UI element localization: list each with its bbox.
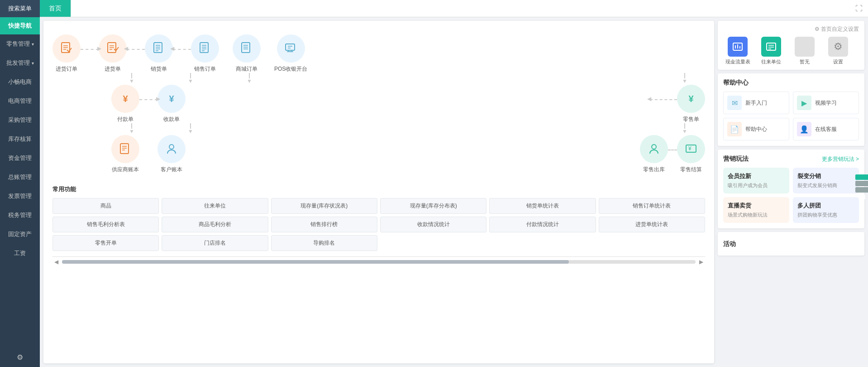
sidebar-item-general-ledger[interactable]: 总账管理 [0, 168, 40, 187]
empty-icon [795, 37, 815, 57]
scroll-left-btn[interactable]: ◀ [52, 259, 60, 265]
common-btn-sales-margin[interactable]: 销售毛利分析表 [52, 217, 159, 232]
gear-icon[interactable]: ⚙ [0, 348, 40, 367]
help-item-help[interactable]: 📄 帮助中心 [723, 118, 789, 140]
float-btn-community[interactable]: 服务社区 [855, 181, 868, 186]
sidebar-item-ecommerce-small[interactable]: 小畅电商 [0, 72, 40, 92]
sidebar-item-invoice[interactable]: 发票管理 [0, 187, 40, 206]
chevron-down-icon: ▾ [32, 61, 34, 66]
left-panel: 进货订单 ▶ [43, 21, 714, 363]
common-btn-partner[interactable]: 往来单位 [162, 198, 268, 214]
float-btn-desktop[interactable]: 桌面快捷 [855, 187, 868, 193]
common-functions-section: 常用功能 商品 往来单位 现存量(库存状况表) 现存量(库存分布表) 销货单统计… [52, 185, 705, 251]
content-area: 进货订单 ▶ [40, 17, 868, 367]
marketing-card: 营销玩法 更多营销玩法 > 会员拉新 吸引用户成为会员 裂变分销 裂变式发展分销… [718, 150, 864, 228]
marketing-item-member[interactable]: 会员拉新 吸引用户成为会员 [723, 168, 789, 193]
quick-icon-cashflow[interactable]: 现金流量表 [723, 37, 752, 65]
scroll-bar: ◀ ▶ [52, 256, 705, 267]
common-btn-sales-rank[interactable]: 销售排行榜 [271, 217, 377, 232]
svg-rect-22 [286, 44, 295, 50]
common-btn-stock2[interactable]: 现存量(库存分布表) [380, 198, 486, 214]
marketing-title: 营销玩法 [723, 155, 749, 163]
marketing-header: 营销玩法 更多营销玩法 > [723, 155, 859, 163]
common-btn-retail-order[interactable]: 零售开单 [52, 235, 159, 251]
quick-icon-empty[interactable]: 暂无 [790, 37, 819, 65]
help-doc-icon: 📄 [727, 122, 742, 136]
sidebar-search[interactable]: 搜索菜单 [0, 0, 40, 17]
flow-node-purchase[interactable]: 进货单 [99, 34, 127, 73]
expand-icon[interactable]: ⛶ [850, 5, 868, 13]
flow-node-mall-order[interactable]: 商城订单 [233, 34, 261, 73]
chevron-down-icon: ▾ [32, 42, 34, 47]
flow-node-retail-out[interactable]: 零售出库 [640, 135, 668, 174]
help-grid: ✉ 新手入门 ▶ 视频学习 📄 帮助中心 👤 在线客服 [723, 92, 859, 140]
help-title: 帮助中心 [723, 79, 859, 87]
svg-point-31 [169, 145, 174, 149]
common-btn-goods-margin[interactable]: 商品毛利分析 [162, 217, 268, 232]
flow-node-supplier-account[interactable]: 供应商账本 [111, 135, 139, 174]
svg-text:¥: ¥ [688, 145, 692, 152]
quick-icons-header[interactable]: ⚙ 首页自定义设置 [723, 25, 859, 33]
flow-node-purchase-order[interactable]: 进货订单 [52, 34, 81, 73]
common-btn-stock1[interactable]: 现存量(库存状况表) [271, 198, 377, 214]
tab-home[interactable]: 首页 [40, 0, 71, 17]
common-btn-receipt-stat[interactable]: 收款情况统计 [380, 217, 486, 232]
common-btn-purchase-stat[interactable]: 进货单统计表 [599, 217, 705, 232]
help-item-video[interactable]: ▶ 视频学习 [793, 92, 859, 114]
flow-node-receipt[interactable]: ¥ 收款单 [157, 85, 186, 123]
tab-bar: 首页 ⛶ [40, 0, 868, 17]
quick-icon-settings[interactable]: ⚙ 设置 [824, 37, 853, 65]
svg-rect-18 [242, 43, 250, 53]
quick-icons-row: 现金流量表 往来单位 [723, 37, 859, 65]
sidebar-item-finance[interactable]: 资金管理 [0, 149, 40, 168]
common-btn-guide-rank[interactable]: 导购排名 [271, 235, 377, 251]
flow-node-pos[interactable]: POS收银开台 [274, 34, 307, 73]
sidebar-item-retail[interactable]: 零售管理 ▾ [0, 34, 40, 53]
flow-node-retail-settle[interactable]: ¥ 零售结算 [677, 135, 705, 174]
flow-node-customer-account[interactable]: 客户账本 [157, 135, 186, 174]
flow-node-payment[interactable]: ¥ 付款单 [111, 85, 139, 123]
beginner-icon: ✉ [727, 96, 742, 110]
activity-title: 活动 [723, 237, 859, 250]
quick-icons-card: ⚙ 首页自定义设置 现金流量表 [718, 21, 864, 70]
sidebar-item-tax[interactable]: 税务管理 [0, 206, 40, 225]
scroll-track[interactable] [62, 260, 696, 264]
sidebar-item-payroll[interactable]: 工资 [0, 244, 40, 263]
right-panel: ⚙ 首页自定义设置 现金流量表 [714, 17, 868, 367]
sidebar-item-wholesale[interactable]: 批发管理 ▾ [0, 53, 40, 72]
sidebar-item-inventory[interactable]: 库存核算 [0, 130, 40, 149]
video-icon: ▶ [797, 96, 811, 110]
float-buttons: 客服热线 服务社区 桌面快捷 [855, 174, 868, 193]
flow-node-retail[interactable]: ¥ 零售单 [677, 85, 705, 123]
common-btn-store-rank[interactable]: 门店排名 [162, 235, 268, 251]
float-btn-service[interactable]: 客服热线 [855, 174, 868, 180]
main-content: 首页 ⛶ [40, 0, 868, 367]
common-btn-sales-order-stat[interactable]: 销售订单统计表 [599, 198, 705, 214]
help-item-service[interactable]: 👤 在线客服 [793, 118, 859, 140]
help-item-beginner[interactable]: ✉ 新手入门 [723, 92, 789, 114]
sidebar-nav-label: 快捷导航 [0, 17, 40, 34]
marketing-item-group[interactable]: 多人拼团 拼团购物享受优惠 [793, 197, 859, 223]
sidebar-item-ecommerce[interactable]: 电商管理 [0, 92, 40, 111]
partner-icon [761, 37, 781, 57]
common-btn-payment-stat[interactable]: 付款情况统计 [489, 217, 596, 232]
marketing-item-fission[interactable]: 裂变分销 裂变式发展分销商 [793, 168, 859, 193]
common-btn-sales-stat[interactable]: 销货单统计表 [489, 198, 596, 214]
sidebar: 搜索菜单 快捷导航 零售管理 ▾ 批发管理 ▾ 小畅电商 电商管理 采购管理 库… [0, 0, 40, 367]
common-functions-title: 常用功能 [52, 185, 705, 193]
settings-icon: ⚙ [828, 37, 848, 57]
marketing-more-btn[interactable]: 更多营销玩法 > [822, 155, 859, 163]
common-functions-grid: 商品 往来单位 现存量(库存状况表) 现存量(库存分布表) 销货单统计表 销售订… [52, 198, 705, 251]
flow-node-sales-order[interactable]: 销售订单 [191, 34, 219, 73]
scroll-right-btn[interactable]: ▶ [697, 259, 705, 265]
help-card: 帮助中心 ✉ 新手入门 ▶ 视频学习 📄 帮助中心 👤 [718, 73, 864, 146]
flow-section: 进货订单 ▶ [52, 30, 705, 178]
sidebar-item-purchase[interactable]: 采购管理 [0, 111, 40, 130]
activity-card: 活动 [718, 232, 864, 256]
flow-node-sales[interactable]: 销货单 [145, 34, 173, 73]
quick-icon-partner[interactable]: 往来单位 [757, 37, 786, 65]
common-btn-goods[interactable]: 商品 [52, 198, 159, 214]
sidebar-item-fixed-assets[interactable]: 固定资产 [0, 225, 40, 244]
service-icon: 👤 [797, 122, 811, 136]
marketing-item-live[interactable]: 直播卖货 场景式购物新玩法 [723, 197, 789, 223]
